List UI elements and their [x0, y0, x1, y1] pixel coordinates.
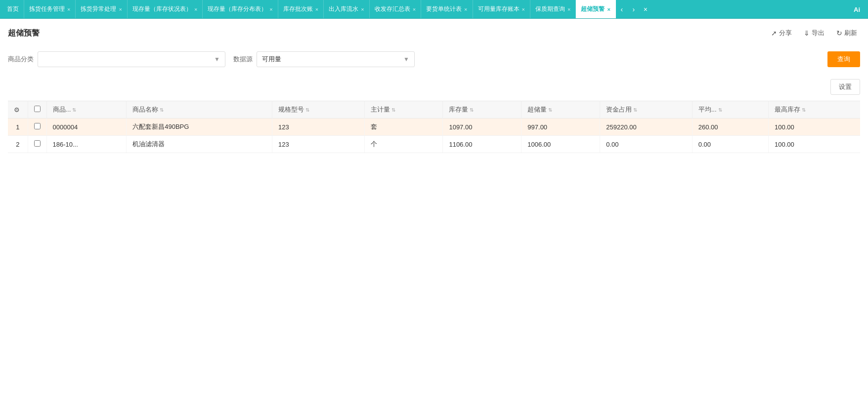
filter-row2: 设置 — [8, 79, 860, 95]
nav-tab-close[interactable]: × — [522, 6, 525, 12]
sort-icon: ⇅ — [160, 107, 164, 113]
data-table: ⚙ 商品... ⇅ 商品名称 ⇅ — [8, 101, 860, 153]
nav-tab-home[interactable]: 首页 — [2, 0, 24, 19]
nav-arrow-left[interactable]: ‹ — [616, 0, 628, 19]
table-header: ⚙ 商品... ⇅ 商品名称 ⇅ — [8, 101, 860, 118]
sort-icon: ⇅ — [305, 107, 309, 113]
table-body: 1 0000004 六配套新昌490BPG 123 套 1097.00 997.… — [8, 118, 860, 153]
unit-cell: 套 — [364, 118, 443, 136]
nav-tab-close[interactable]: × — [67, 6, 70, 12]
overstock-header[interactable]: 超储量 ⇅ — [521, 101, 600, 118]
nav-arrow-more[interactable]: × — [640, 0, 651, 19]
nav-tab-picking-task[interactable]: 拣货任务管理 × — [24, 0, 76, 19]
gear-icon[interactable]: ⚙ — [14, 106, 20, 114]
avg-header[interactable]: 平均... ⇅ — [692, 101, 768, 118]
nav-tab-current-stock-status[interactable]: 现存量（库存状况表） × — [128, 0, 203, 19]
nav-tab-close[interactable]: × — [567, 6, 570, 12]
ai-badge[interactable]: Ai — [850, 5, 864, 14]
capital-header[interactable]: 资金占用 ⇅ — [600, 101, 692, 118]
nav-tab-close[interactable]: × — [315, 6, 318, 12]
nav-tab-label: 库存批次账 — [283, 5, 313, 13]
nav-tab-expiry-query[interactable]: 保质期查询 × — [530, 0, 576, 19]
nav-tab-label: 超储预警 — [581, 5, 605, 13]
gear-column-header: ⚙ — [8, 101, 28, 118]
nav-tab-label: 收发存汇总表 — [375, 5, 410, 13]
nav-tab-picking-abnormal[interactable]: 拣货异常处理 × — [76, 0, 127, 19]
nav-tab-home-label: 首页 — [7, 5, 19, 13]
nav-tab-inout-flow[interactable]: 出入库流水 × — [324, 0, 369, 19]
avg-cell: 260.00 — [692, 118, 768, 136]
sort-icon: ⇅ — [548, 107, 552, 113]
product-category-filter: 商品分类 ▼ — [8, 51, 225, 67]
main-content: 超储预警 ➚ 分享 ⇓ 导出 ↻ 刷新 商品分类 ▼ 数据源 — [0, 19, 868, 395]
refresh-button[interactable]: ↻ 刷新 — [833, 27, 860, 40]
row-number: 1 — [8, 118, 28, 136]
chevron-down-icon: ▼ — [403, 56, 409, 63]
nav-tab-requisition-stats[interactable]: 要货单统计表 × — [421, 0, 473, 19]
select-all-checkbox[interactable] — [34, 106, 41, 112]
table-row: 1 0000004 六配套新昌490BPG 123 套 1097.00 997.… — [8, 118, 860, 136]
sort-icon: ⇅ — [391, 107, 395, 113]
settings-button[interactable]: 设置 — [830, 79, 860, 95]
product-code-header[interactable]: 商品... ⇅ — [46, 101, 127, 118]
max-stock-header[interactable]: 最高库存 ⇅ — [769, 101, 860, 118]
nav-tab-overstock-warning[interactable]: 超储预警 × — [576, 0, 615, 19]
nav-arrow-right[interactable]: › — [628, 0, 640, 19]
sort-icon: ⇅ — [470, 107, 474, 113]
nav-tab-label: 可用量库存账本 — [478, 5, 520, 13]
row-checkbox-cell — [28, 118, 46, 136]
product-code-cell: 186-10... — [46, 136, 127, 153]
nav-tab-close[interactable]: × — [413, 6, 416, 12]
row-checkbox[interactable] — [34, 140, 41, 147]
product-name-cell: 六配套新昌490BPG — [127, 118, 272, 136]
nav-tab-close[interactable]: × — [269, 6, 272, 12]
chevron-down-icon: ▼ — [214, 56, 220, 63]
row-number: 2 — [8, 136, 28, 153]
refresh-label: 刷新 — [844, 29, 857, 38]
top-navigation: 首页 拣货任务管理 × 拣货异常处理 × 现存量（库存状况表） × 现存量（库存… — [0, 0, 868, 19]
query-button[interactable]: 查询 — [827, 51, 860, 67]
nav-tab-inventory-batch[interactable]: 库存批次账 × — [278, 0, 324, 19]
export-label: 导出 — [812, 29, 825, 38]
spec-cell: 123 — [272, 136, 364, 153]
nav-tab-current-stock-dist[interactable]: 现存量（库存分布表） × — [203, 0, 278, 19]
table-header-row: ⚙ 商品... ⇅ 商品名称 ⇅ — [8, 101, 860, 118]
max-stock-cell: 100.00 — [769, 136, 860, 153]
nav-tab-label: 出入库流水 — [329, 5, 358, 13]
page-header: 超储预警 ➚ 分享 ⇓ 导出 ↻ 刷新 — [8, 27, 860, 40]
page-title: 超储预警 — [8, 28, 40, 39]
sort-icon: ⇅ — [802, 107, 806, 113]
nav-tab-available-ledger[interactable]: 可用量库存账本 × — [473, 0, 530, 19]
table-row: 2 186-10... 机油滤清器 123 个 1106.00 1006.00 … — [8, 136, 860, 153]
nav-tab-close[interactable]: × — [464, 6, 467, 12]
nav-tab-close[interactable]: × — [361, 6, 364, 12]
product-name-header[interactable]: 商品名称 ⇅ — [127, 101, 272, 118]
checkbox-column-header — [28, 101, 46, 118]
sort-icon: ⇅ — [718, 107, 722, 113]
sort-icon: ⇅ — [72, 107, 76, 113]
header-actions: ➚ 分享 ⇓ 导出 ↻ 刷新 — [768, 27, 860, 40]
nav-tab-receipt-summary[interactable]: 收发存汇总表 × — [370, 0, 421, 19]
capital-cell: 259220.00 — [600, 118, 692, 136]
product-category-label: 商品分类 — [8, 55, 34, 64]
share-icon: ➚ — [771, 29, 777, 37]
spec-header[interactable]: 规格型号 ⇅ — [272, 101, 364, 118]
nav-tab-label: 要货单统计表 — [426, 5, 462, 13]
nav-tab-close[interactable]: × — [194, 6, 197, 12]
nav-tab-label: 拣货任务管理 — [29, 5, 65, 13]
nav-tab-label: 现存量（库存分布表） — [208, 5, 267, 13]
row-checkbox[interactable] — [34, 123, 41, 129]
data-source-select[interactable]: 可用量 ▼ — [257, 51, 415, 67]
nav-tab-label: 保质期查询 — [535, 5, 565, 13]
unit-header[interactable]: 主计量 ⇅ — [364, 101, 443, 118]
capital-cell: 0.00 — [600, 136, 692, 153]
export-button[interactable]: ⇓ 导出 — [801, 27, 827, 40]
nav-tab-close[interactable]: × — [119, 6, 122, 12]
share-label: 分享 — [779, 29, 792, 38]
avg-cell: 0.00 — [692, 136, 768, 153]
product-category-select[interactable]: ▼ — [38, 51, 225, 67]
share-button[interactable]: ➚ 分享 — [768, 27, 795, 40]
stock-header[interactable]: 库存量 ⇅ — [443, 101, 521, 118]
overstock-cell: 997.00 — [521, 118, 600, 136]
nav-tab-close[interactable]: × — [607, 6, 610, 12]
